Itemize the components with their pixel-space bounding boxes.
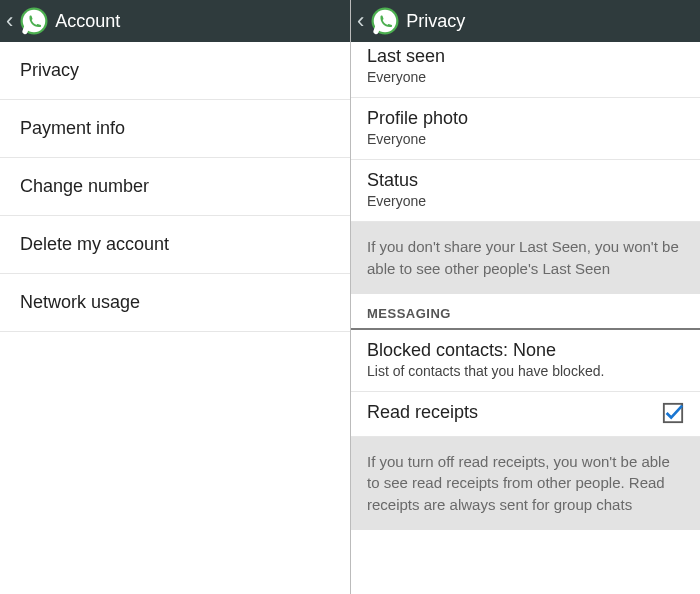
setting-label: Profile photo (367, 108, 684, 129)
privacy-item-read-receipts[interactable]: Read receipts (351, 392, 700, 437)
list-item-label: Privacy (20, 60, 330, 81)
whatsapp-icon (19, 6, 49, 36)
svg-rect-4 (664, 403, 682, 421)
account-item-network-usage[interactable]: Network usage (0, 274, 350, 332)
account-panel: ‹ Account Privacy Payment info Change nu… (0, 0, 350, 594)
setting-sub: List of contacts that you have blocked. (367, 363, 684, 379)
privacy-item-last-seen[interactable]: Last seen Everyone (351, 42, 700, 98)
list-item-label: Network usage (20, 292, 330, 313)
account-title: Account (55, 11, 120, 32)
list-item-label: Delete my account (20, 234, 330, 255)
read-receipts-info: If you turn off read receipts, you won't… (351, 437, 700, 530)
setting-label: Read receipts (367, 402, 478, 423)
privacy-title: Privacy (406, 11, 465, 32)
account-item-payment-info[interactable]: Payment info (0, 100, 350, 158)
last-seen-info: If you don't share your Last Seen, you w… (351, 222, 700, 294)
back-icon[interactable]: ‹ (355, 8, 366, 34)
privacy-panel: ‹ Privacy Last seen Everyone Profile pho… (350, 0, 700, 594)
privacy-item-status[interactable]: Status Everyone (351, 160, 700, 222)
privacy-list: Last seen Everyone Profile photo Everyon… (351, 42, 700, 594)
account-item-delete-account[interactable]: Delete my account (0, 216, 350, 274)
setting-label: Blocked contacts: None (367, 340, 684, 361)
account-item-privacy[interactable]: Privacy (0, 42, 350, 100)
account-item-change-number[interactable]: Change number (0, 158, 350, 216)
whatsapp-icon (370, 6, 400, 36)
account-header: ‹ Account (0, 0, 350, 42)
privacy-item-profile-photo[interactable]: Profile photo Everyone (351, 98, 700, 160)
back-icon[interactable]: ‹ (4, 8, 15, 34)
account-list: Privacy Payment info Change number Delet… (0, 42, 350, 594)
list-item-label: Payment info (20, 118, 330, 139)
setting-label: Last seen (367, 46, 684, 67)
section-label: MESSAGING (367, 306, 451, 321)
list-item-label: Change number (20, 176, 330, 197)
setting-value: Everyone (367, 193, 684, 209)
privacy-header: ‹ Privacy (351, 0, 700, 42)
setting-value: Everyone (367, 69, 684, 85)
setting-value: Everyone (367, 131, 684, 147)
setting-label: Status (367, 170, 684, 191)
messaging-section-header: MESSAGING (351, 294, 700, 330)
privacy-item-blocked-contacts[interactable]: Blocked contacts: None List of contacts … (351, 330, 700, 392)
checkbox-checked-icon[interactable] (662, 402, 684, 424)
